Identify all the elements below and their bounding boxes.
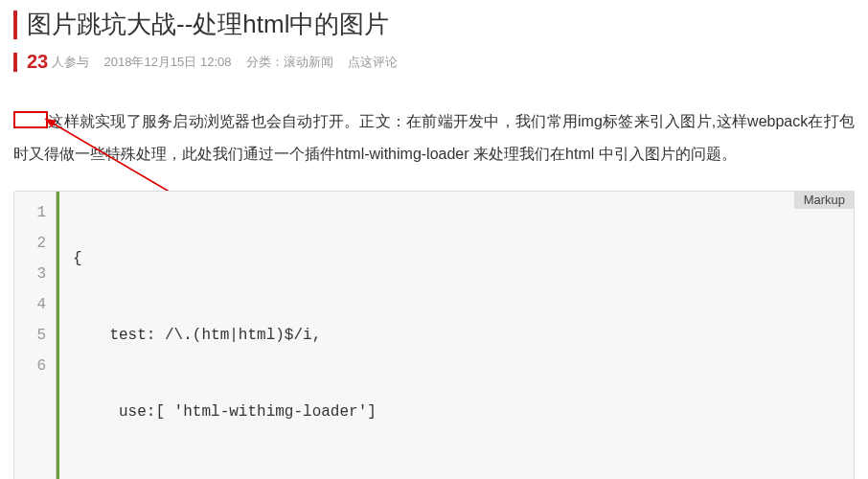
paragraph-text: 这样就实现了服务启动浏览器也会自动打开。正文：在前端开发中，我们常用img标签来… — [13, 113, 855, 162]
code-line: { — [73, 243, 854, 274]
line-number: 2 — [14, 228, 56, 259]
line-number: 3 — [14, 259, 56, 289]
accent-bar — [13, 11, 17, 39]
line-number: 5 — [14, 320, 56, 351]
article-date: 2018年12月15日 12:08 — [103, 54, 231, 71]
code-line: test: /\.(htm|html)$/i, — [73, 320, 854, 351]
article-paragraph: 这样就实现了服务启动浏览器也会自动打开。正文：在前端开发中，我们常用img标签来… — [13, 105, 855, 170]
code-line: use:[ 'html-withimg-loader'] — [73, 397, 854, 427]
category-label: 分类： — [246, 54, 284, 71]
article-title-row: 图片跳坑大战--处理html中的图片 — [13, 8, 855, 41]
category-link[interactable]: 滚动新闻 — [284, 54, 333, 71]
line-number: 4 — [14, 289, 56, 320]
participant-label: 人参与 — [52, 54, 89, 71]
code-content[interactable]: { test: /\.(htm|html)$/i, use:[ 'html-wi… — [57, 192, 854, 479]
code-block: Markup 1 2 3 4 5 6 { test: /\.(htm|html)… — [13, 191, 855, 479]
line-number: 1 — [14, 197, 56, 228]
code-gutter: 1 2 3 4 5 6 — [14, 192, 57, 479]
article-title: 图片跳坑大战--处理html中的图片 — [27, 8, 389, 41]
code-language-label: Markup — [794, 191, 855, 209]
comment-link[interactable]: 点这评论 — [348, 54, 398, 71]
participant-count: 23 — [27, 51, 48, 73]
indent-highlight-box — [13, 111, 48, 128]
line-number: 6 — [14, 351, 56, 381]
article-body: 这样就实现了服务启动浏览器也会自动打开。正文：在前端开发中，我们常用img标签来… — [13, 105, 855, 479]
article-meta: 23 人参与 2018年12月15日 12:08 分类： 滚动新闻 点这评论 — [13, 51, 855, 73]
code-line: } — [73, 473, 854, 479]
accent-bar-small — [13, 53, 17, 72]
